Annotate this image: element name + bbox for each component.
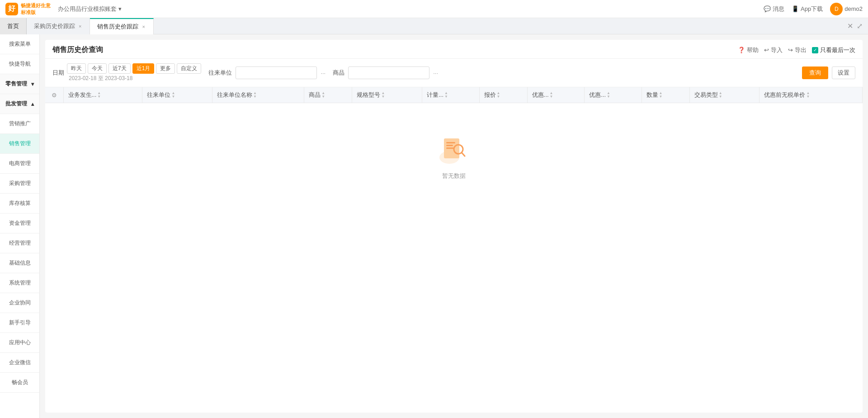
basic-info-label: 基础信息 bbox=[9, 259, 31, 267]
sort-arrows-trade: ▲▼ bbox=[719, 91, 722, 99]
partner-filter-dots[interactable]: ··· bbox=[321, 70, 326, 76]
sidebar-item-wholesale-mgmt[interactable]: 批发管理 ▴ bbox=[0, 94, 39, 114]
date-filter-controls: 昨天 今天 近7天 近1月 更多 自定义 2023-02-18 至 2023-0… bbox=[67, 63, 201, 82]
sidebar-item-ecommerce[interactable]: 电商管理 bbox=[0, 154, 39, 174]
app-download-action[interactable]: 📱 App下载 bbox=[792, 5, 823, 13]
sidebar-item-search-menu[interactable]: 搜索菜单 bbox=[0, 34, 39, 54]
sidebar-item-quick-nav[interactable]: 快捷导航 bbox=[0, 54, 39, 74]
sort-arrows-unit: ▲▼ bbox=[444, 91, 448, 99]
sort-arrows-partner-name: ▲▼ bbox=[253, 91, 257, 99]
sort-partner-name[interactable]: 往来单位名称 ▲▼ bbox=[217, 91, 299, 99]
last-only-checkbox[interactable]: ✓ bbox=[812, 47, 818, 53]
date-range-display: 2023-02-18 至 2023-03-18 bbox=[69, 75, 201, 82]
help-button[interactable]: ❓ 帮助 bbox=[738, 46, 759, 54]
sales-history-tab-label: 销售历史价跟踪 bbox=[97, 23, 138, 31]
sidebar-item-enterprise-wechat[interactable]: 企业微信 bbox=[0, 353, 39, 373]
header-right: 💬 消息 📱 App下载 D demo2 bbox=[764, 3, 863, 15]
app-center-label: 应用中心 bbox=[9, 339, 31, 347]
logo-text: 畅捷通好生意 标准版 bbox=[21, 2, 51, 15]
sidebar-item-finance[interactable]: 资金管理 bbox=[0, 214, 39, 233]
marketing-label: 营销推广 bbox=[9, 120, 31, 128]
close-window-icon[interactable]: ✕ bbox=[847, 22, 853, 30]
partner-filter-label: 往来单位 bbox=[208, 69, 232, 77]
date-btn-more[interactable]: 更多 bbox=[156, 63, 175, 74]
sidebar-item-sales-mgmt[interactable]: 销售管理 bbox=[0, 134, 39, 154]
sidebar-item-marketing[interactable]: 营销推广 bbox=[0, 114, 39, 134]
inventory-label: 库存核算 bbox=[9, 200, 31, 207]
finance-label: 资金管理 bbox=[9, 219, 31, 227]
home-tab-label: 首页 bbox=[7, 22, 19, 30]
main-layout: 搜索菜单 快捷导航 零售管理 ▾ 批发管理 ▴ 营销推广 销售管理 电商管理 采… bbox=[0, 34, 868, 418]
sort-partner-code[interactable]: 往来单位 ▲▼ bbox=[147, 91, 208, 99]
gear-icon[interactable]: ⚙ bbox=[52, 92, 57, 99]
table-header-row: ⚙ 业务发生... ▲▼ 往来单位 bbox=[45, 87, 863, 103]
empty-state: 暂无数据 bbox=[45, 103, 863, 207]
svg-rect-2 bbox=[446, 142, 455, 143]
date-btn-7days[interactable]: 近7天 bbox=[108, 63, 131, 74]
tab-sales-history[interactable]: 销售历史价跟踪 × bbox=[90, 18, 153, 34]
col-biz-date: 业务发生... ▲▼ bbox=[63, 87, 142, 103]
close-purchase-history-tab[interactable]: × bbox=[78, 23, 82, 30]
page-title: 销售历史价查询 bbox=[52, 45, 103, 55]
product-filter-input[interactable] bbox=[348, 66, 429, 79]
last-only-checkbox-label[interactable]: ✓ 只看最后一次 bbox=[812, 46, 855, 54]
logo-icon: 好 bbox=[5, 3, 18, 15]
sidebar-item-operations[interactable]: 经营管理 bbox=[0, 233, 39, 253]
logo-area: 好 畅捷通好生意 标准版 bbox=[5, 2, 51, 15]
svg-rect-3 bbox=[446, 145, 453, 146]
tab-purchase-history[interactable]: 采购历史价跟踪 × bbox=[27, 18, 90, 34]
import-button[interactable]: ↩ 导入 bbox=[764, 46, 783, 54]
tab-home[interactable]: 首页 bbox=[0, 18, 27, 34]
sort-discount2[interactable]: 优惠... ▲▼ bbox=[589, 91, 637, 99]
sort-quantity[interactable]: 数量 ▲▼ bbox=[646, 91, 685, 99]
message-icon: 💬 bbox=[764, 5, 771, 12]
data-table: ⚙ 业务发生... ▲▼ 往来单位 bbox=[45, 87, 863, 103]
sidebar-item-enterprise-collab[interactable]: 企业协同 bbox=[0, 293, 39, 313]
partner-filter-input[interactable] bbox=[236, 66, 317, 79]
date-btn-custom[interactable]: 自定义 bbox=[177, 63, 201, 74]
empty-icon bbox=[436, 130, 472, 166]
date-btn-today[interactable]: 今天 bbox=[88, 63, 107, 74]
sort-unit[interactable]: 计量... ▲▼ bbox=[427, 91, 474, 99]
query-button[interactable]: 查询 bbox=[802, 66, 828, 79]
settings-button[interactable]: 设置 bbox=[832, 66, 855, 79]
partner-filter-group: 往来单位 ··· bbox=[208, 66, 326, 79]
close-sales-history-tab[interactable]: × bbox=[141, 23, 146, 30]
sidebar-item-inventory[interactable]: 库存核算 bbox=[0, 194, 39, 214]
user-menu[interactable]: D demo2 bbox=[830, 3, 863, 15]
purchase-history-tab-label: 采购历史价跟踪 bbox=[34, 22, 75, 30]
sort-quote[interactable]: 报价 ▲▼ bbox=[484, 91, 523, 99]
maximize-icon[interactable]: ⤢ bbox=[857, 22, 863, 30]
page-title-actions: ❓ 帮助 ↩ 导入 ↪ 导出 ✓ 只看最后一次 bbox=[738, 46, 855, 54]
product-filter-dots[interactable]: ··· bbox=[433, 70, 438, 76]
sort-trade-type[interactable]: 交易类型 ▲▼ bbox=[694, 91, 755, 99]
export-button[interactable]: ↪ 导出 bbox=[788, 46, 807, 54]
sort-discount1[interactable]: 优惠... ▲▼ bbox=[532, 91, 580, 99]
sidebar-item-system[interactable]: 系统管理 bbox=[0, 273, 39, 293]
product-filter-group: 商品 ··· bbox=[333, 66, 438, 79]
industry-selector[interactable]: 办公用品行业模拟账套 ▾ bbox=[54, 3, 125, 15]
sidebar-item-retail-mgmt[interactable]: 零售管理 ▾ bbox=[0, 74, 39, 94]
sort-pre-tax[interactable]: 优惠前无税单价 ▲▼ bbox=[764, 91, 858, 99]
sort-arrows-pretax: ▲▼ bbox=[806, 91, 810, 99]
tab-bar-actions: ✕ ⤢ bbox=[842, 22, 868, 30]
col-quantity: 数量 ▲▼ bbox=[642, 87, 689, 103]
date-btn-1month[interactable]: 近1月 bbox=[132, 63, 155, 74]
sort-arrows-quote: ▲▼ bbox=[497, 91, 500, 99]
date-btn-yesterday[interactable]: 昨天 bbox=[67, 63, 86, 74]
date-filter-group: 日期 昨天 今天 近7天 近1月 更多 自定义 2023-02-18 至 202… bbox=[52, 63, 201, 82]
sidebar-item-vip[interactable]: 畅会员 bbox=[0, 373, 39, 393]
content-area: 销售历史价查询 ❓ 帮助 ↩ 导入 ↪ 导出 ✓ bbox=[40, 34, 868, 418]
sidebar-item-basic-info[interactable]: 基础信息 bbox=[0, 253, 39, 273]
sidebar-item-app-center[interactable]: 应用中心 bbox=[0, 333, 39, 353]
chevron-down-icon: ▾ bbox=[118, 5, 122, 12]
sort-spec[interactable]: 规格型号 ▲▼ bbox=[357, 91, 417, 99]
operations-label: 经营管理 bbox=[9, 239, 31, 247]
sort-arrows-quantity: ▲▼ bbox=[659, 91, 663, 99]
message-action[interactable]: 💬 消息 bbox=[764, 5, 784, 13]
retail-mgmt-label: 零售管理 bbox=[5, 80, 27, 88]
sidebar-item-purchase[interactable]: 采购管理 bbox=[0, 174, 39, 194]
sort-biz-date[interactable]: 业务发生... ▲▼ bbox=[68, 91, 138, 99]
sort-product[interactable]: 商品 ▲▼ bbox=[309, 91, 347, 99]
sidebar-item-beginner-guide[interactable]: 新手引导 bbox=[0, 313, 39, 333]
